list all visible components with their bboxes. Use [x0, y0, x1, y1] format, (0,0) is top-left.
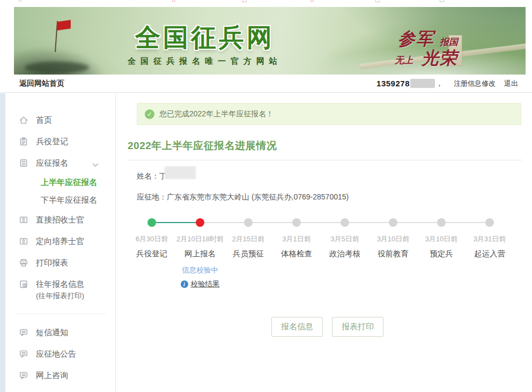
- timeline-date: 3月10日前: [377, 234, 410, 244]
- slogan-text: 无上: [395, 54, 413, 66]
- id-card-icon: [19, 215, 28, 225]
- timeline-stage: 起运入营: [474, 249, 505, 259]
- timeline-date: 3月1日前: [282, 234, 311, 244]
- verify-result-row[interactable]: i校验结果: [181, 279, 220, 289]
- red-flag-icon: [57, 20, 71, 31]
- timeline-dot-pending: [485, 218, 494, 227]
- sidebar-item-label: 应征报名: [36, 158, 68, 167]
- sidebar-item-label: 直接招收士官: [36, 215, 84, 224]
- slogan-text: 光荣: [422, 47, 458, 70]
- check-circle-icon: ✓: [145, 109, 154, 119]
- timeline-stage: 役前教育: [378, 249, 409, 259]
- toolbar-icon-fragment: ☆: [171, 0, 177, 3]
- timeline-connector: [446, 222, 485, 223]
- timeline-connector: [204, 222, 244, 223]
- timeline-date: 6月30日前: [136, 234, 168, 244]
- timeline-step: 6月30日前兵役登记: [128, 218, 176, 289]
- timeline-connector: [156, 222, 196, 223]
- sidebar-item-service-registration[interactable]: 兵役登记: [5, 131, 115, 152]
- toolbar-icon-fragment: ○: [18, 0, 23, 3]
- page-root: ○☆□☆□□ 全国征兵网 全国征兵报名唯一官方网站 参军 报国 无上 光荣 返回…: [0, 0, 532, 392]
- sidebar-item-home[interactable]: 首页: [5, 109, 115, 131]
- sidebar-item-label: 网上咨询: [36, 371, 68, 380]
- sidebar-item-online-consult[interactable]: 网上咨询: [5, 365, 115, 386]
- timeline-stage: 兵役登记: [136, 249, 167, 259]
- timeline-connector: [397, 222, 437, 223]
- progress-timeline: 6月30日前兵役登记2月10日18时前网上报名信息校验中i校验结果2月15日前兵…: [128, 218, 522, 289]
- logout-link[interactable]: 退出: [504, 79, 518, 88]
- timeline-dot-pending: [292, 218, 301, 227]
- success-alert-text: 您已完成2022年上半年应征报名！: [159, 109, 274, 119]
- sidebar-item-label: 短信通知: [36, 328, 68, 337]
- chat-icon: [19, 328, 28, 337]
- verify-result-link[interactable]: 校验结果: [191, 279, 220, 289]
- sidebar-item-enlistment-area-notice[interactable]: 应征地公告: [5, 343, 115, 365]
- location-line: 应征地：广东省东莞市东莞大岭山 (东莞征兵办,0769-28570015): [137, 193, 522, 202]
- sidebar-item-targeted-nco-training[interactable]: 定向培养士官: [5, 231, 115, 252]
- site-banner: 全国征兵网 全国征兵报名唯一官方网站 参军 报国 无上 光荣: [14, 7, 526, 75]
- sidebar-item-past-signup-info[interactable]: 往年报名信息(往年报表打印): [5, 273, 115, 306]
- home-icon: [19, 115, 28, 125]
- timeline-dot-pending: [437, 218, 446, 227]
- soldiers-silhouette-decor: [25, 62, 89, 73]
- timeline-connector: [301, 222, 341, 223]
- chat-icon: [19, 371, 28, 380]
- user-phone-number: 1359278: [376, 79, 410, 88]
- sidebar-item-direct-nco-recruit[interactable]: 直接招收士官: [5, 209, 115, 231]
- sidebar-item-print-reports[interactable]: 打印报表: [5, 252, 115, 273]
- timeline-stage: 兵员预征: [233, 249, 264, 259]
- toolbar-icon-fragment: □: [242, 0, 247, 3]
- chevron-down-icon: [91, 160, 100, 170]
- archive-icon: [19, 279, 28, 289]
- timeline-dot-pending: [341, 218, 349, 227]
- separator-text: ，: [436, 79, 443, 88]
- timeline-connector: [253, 222, 292, 223]
- site-title: 全国征兵网: [108, 21, 301, 55]
- chat-icon: [19, 349, 28, 359]
- sidebar-item-label: 定向培养士官: [36, 236, 84, 246]
- sidebar-item-label: 打印报表: [36, 258, 68, 267]
- edit-registration-link[interactable]: 注册信息修改: [454, 79, 496, 88]
- sidebar-item-label: 应征地公告: [36, 349, 76, 358]
- header-user-area: 1359278 ， 注册信息修改 退出: [376, 79, 518, 88]
- timeline-connector: [349, 222, 389, 223]
- verify-status-text: 信息校验中: [182, 265, 218, 275]
- report-print-button[interactable]: 报表打印: [332, 317, 383, 337]
- sidebar-item-label: 兵役登记: [36, 137, 68, 146]
- timeline-dot-pending: [244, 218, 253, 227]
- sidebar-subitem-second-half-signup[interactable]: 下半年应征报名: [5, 191, 115, 209]
- sidebar-item-online-report[interactable]: 网上举报: [5, 386, 115, 392]
- timeline-stage: 体格检查: [281, 249, 312, 259]
- timeline-step: 3月5日前政治考核: [321, 218, 369, 289]
- timeline-step: 2月15日前兵员预征: [224, 218, 272, 289]
- timeline-date: 2月15日前: [232, 234, 265, 244]
- browser-toolbar-fragments: ○☆□☆□□: [0, 0, 532, 7]
- title-divider: [128, 160, 522, 160]
- action-buttons: 报名信息 报表打印: [271, 317, 522, 337]
- timeline-step: 3月10日前预定兵: [417, 218, 466, 289]
- location-value: 广东省东莞市东莞大岭山 (东莞征兵办,0769-28570015): [167, 193, 349, 202]
- timeline-date: 3月10日前: [425, 234, 458, 244]
- name-redaction-blur: [165, 166, 196, 179]
- timeline-date: 3月5日前: [330, 234, 359, 244]
- sidebar-item-enlistment-signup[interactable]: 应征报名: [5, 152, 115, 174]
- sidebar-item-sms-notice[interactable]: 短信通知: [5, 322, 115, 343]
- location-label: 应征地：: [137, 193, 167, 202]
- timeline-stage: 网上报名: [184, 249, 216, 259]
- timeline-date: 3月31日前: [474, 234, 506, 244]
- site-subtitle: 全国征兵报名唯一官方网站: [108, 56, 301, 66]
- document-icon: [19, 158, 28, 168]
- name-line: 姓名：丁: [137, 172, 522, 181]
- signup-info-button[interactable]: 报名信息: [271, 317, 323, 337]
- timeline-stage: 政治考核: [329, 249, 360, 259]
- sidebar-subitem-first-half-signup[interactable]: 上半年应征报名: [5, 174, 115, 191]
- return-home-link[interactable]: 返回网站首页: [19, 79, 64, 88]
- success-alert: ✓ 您已完成2022年上半年应征报名！: [137, 103, 521, 125]
- timeline-dot-completed: [147, 218, 156, 227]
- clipboard-icon: [19, 137, 28, 146]
- phone-redaction-blur: [410, 79, 435, 88]
- name-label: 姓名：: [137, 172, 159, 181]
- page-title: 2022年上半年应征报名进展情况: [128, 139, 522, 153]
- timeline-step: 3月1日前体格检查: [272, 218, 321, 289]
- info-icon: i: [181, 280, 188, 288]
